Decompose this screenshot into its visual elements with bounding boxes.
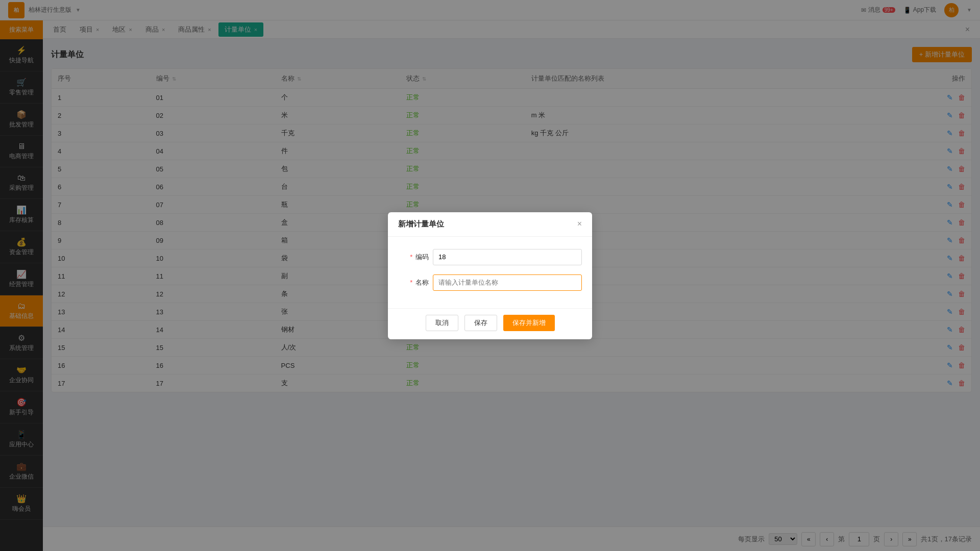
form-name-input[interactable] xyxy=(433,274,582,291)
form-row-name: * 名称 xyxy=(398,274,582,291)
modal-close-btn[interactable]: × xyxy=(577,219,582,229)
form-name-label: * 名称 xyxy=(398,278,429,287)
add-unit-modal: 新增计量单位 × * 编码 * 名称 取消 保存 保存并新增 xyxy=(388,212,592,339)
save-button[interactable]: 保存 xyxy=(464,315,497,331)
modal-body: * 编码 * 名称 xyxy=(388,237,592,308)
modal-title: 新增计量单位 xyxy=(398,219,444,229)
save-and-new-button[interactable]: 保存并新增 xyxy=(503,315,555,331)
form-row-code: * 编码 xyxy=(398,249,582,265)
form-code-label: * 编码 xyxy=(398,253,429,262)
modal-header: 新增计量单位 × xyxy=(388,212,592,237)
required-star-name: * xyxy=(410,279,412,286)
required-star: * xyxy=(410,253,412,261)
modal-overlay: 新增计量单位 × * 编码 * 名称 取消 保存 保存并新增 xyxy=(0,0,980,551)
form-code-input[interactable] xyxy=(433,249,582,265)
modal-footer: 取消 保存 保存并新增 xyxy=(388,308,592,339)
cancel-button[interactable]: 取消 xyxy=(426,315,458,331)
